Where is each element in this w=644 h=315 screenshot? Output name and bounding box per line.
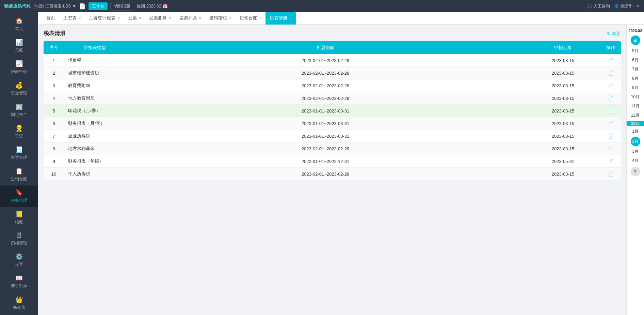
sidebar-item-member[interactable]: 👑 畅会员: [0, 292, 38, 314]
cell-action-8[interactable]: 📄: [600, 155, 621, 168]
tab-home[interactable]: 首页: [42, 12, 59, 25]
tab-invoice-calc[interactable]: 发票测算 ×: [145, 12, 175, 25]
refresh-icon: ↻: [607, 31, 611, 36]
tab-purchase-audit[interactable]: 进销稽核 ×: [205, 12, 235, 25]
close-icon[interactable]: ✕: [637, 4, 640, 9]
cell-seq-6: 7: [44, 130, 64, 142]
cell-period-2: 2023-02-01~2023-02-28: [125, 79, 526, 92]
tab-salary-stats-close[interactable]: ×: [117, 16, 119, 20]
cell-action-1[interactable]: 📄: [600, 67, 621, 79]
month-dec-2022[interactable]: 12月: [627, 111, 644, 120]
action-icon-2[interactable]: 📄: [608, 83, 614, 88]
sidebar-item-tax[interactable]: 🔖 税务管理: [0, 185, 38, 207]
scroll-down-button[interactable]: ▼: [631, 167, 640, 176]
tab-invoice-calc-close[interactable]: ×: [169, 16, 171, 20]
sidebar-label-close-accounts: 结账: [15, 219, 23, 225]
action-icon-7[interactable]: 📄: [608, 146, 614, 151]
calendar-icon[interactable]: 📅: [163, 4, 168, 9]
action-icon-5[interactable]: 📄: [608, 121, 614, 126]
month-nov-2022[interactable]: 11月: [627, 102, 644, 111]
company-selector[interactable]: (勾选) 江西服宝-LSS ▼: [33, 3, 76, 9]
cell-action-2[interactable]: 📄: [600, 79, 621, 92]
tab-invoice-calc-label: 发票测算: [149, 15, 167, 21]
month-feb-2023-active[interactable]: 2月: [631, 137, 640, 146]
cell-action-7[interactable]: 📄: [600, 142, 621, 155]
sidebar-item-salary[interactable]: 👷 工资: [0, 121, 38, 142]
chevron-down-icon: ▼: [72, 4, 76, 9]
action-icon-3[interactable]: 📄: [608, 95, 614, 101]
tab-purchase-audit-label: 进销稽核: [209, 15, 227, 21]
sidebar-item-sales[interactable]: 📋 进销台账: [0, 164, 38, 185]
sidebar-label-member: 畅会员: [13, 305, 25, 311]
month-sep-2022[interactable]: 9月: [627, 83, 644, 92]
month-may-2022[interactable]: 5月: [627, 46, 644, 56]
month-jul-2022[interactable]: 7月: [627, 65, 644, 74]
user-info[interactable]: 👤 徐淀华: [614, 3, 632, 9]
cell-action-5[interactable]: 📄: [600, 117, 621, 130]
action-icon-6[interactable]: 📄: [608, 133, 614, 139]
table-header-row: 序号 申报表类型 所属期间 申报期限 操作: [44, 41, 621, 54]
sidebar-item-assets[interactable]: 🏢 固定资产: [0, 100, 38, 121]
period-display: 账期 2023-02 📅: [137, 3, 168, 9]
month-aug-2022[interactable]: 8月: [627, 74, 644, 83]
sidebar-item-close-accounts[interactable]: 📒 结账: [0, 207, 38, 228]
cell-deadline-5: 2023-03-15: [526, 117, 600, 130]
cell-action-3[interactable]: 📄: [600, 92, 621, 105]
sidebar-item-ledger[interactable]: 📊 总账: [0, 35, 38, 57]
cell-deadline-8: 2023-05-31: [526, 155, 600, 168]
cell-action-0[interactable]: 📄: [600, 54, 621, 67]
tab-tax-list[interactable]: 税表清册 ×: [265, 12, 295, 25]
tab-purchase-audit-close[interactable]: ×: [229, 16, 231, 20]
cell-action-6[interactable]: 📄: [600, 130, 621, 142]
ai-consult[interactable]: 🎧 人工咨询: [587, 3, 610, 9]
month-oct-2022[interactable]: 10月: [627, 92, 644, 102]
action-icon-9[interactable]: 📄: [608, 171, 614, 177]
headset-icon: 🎧: [587, 4, 592, 9]
cell-seq-3: 4: [44, 92, 64, 105]
action-icon-1[interactable]: 📄: [608, 70, 614, 76]
sidebar-item-invoice[interactable]: 🧾 发票管理: [0, 142, 38, 164]
month-mar-2023[interactable]: 3月: [627, 147, 644, 156]
sidebar-item-reports[interactable]: 📈 报表中心: [0, 57, 38, 78]
tab-salary-table-close[interactable]: ×: [79, 16, 81, 20]
month-apr-2023[interactable]: 4月: [627, 156, 644, 165]
cell-period-4: 2023-01-01~2023-03-31: [125, 105, 526, 117]
refresh-label: 刷新: [612, 31, 621, 37]
sidebar-item-funds[interactable]: 💰 资金管理: [0, 78, 38, 100]
tab-invoice[interactable]: 发票 ×: [124, 12, 145, 25]
tab-invoice-close[interactable]: ×: [139, 16, 141, 20]
cell-seq-2: 3: [44, 79, 64, 92]
cell-action-9[interactable]: 📄: [600, 168, 621, 180]
funds-icon: 💰: [15, 81, 23, 89]
action-icon-0[interactable]: 📄: [608, 58, 614, 63]
action-icon-8[interactable]: 📄: [608, 159, 614, 164]
sales-icon: 📋: [15, 167, 23, 175]
tab-invoice-issue-close[interactable]: ×: [199, 16, 201, 20]
tab-salary-table[interactable]: 工资表 ×: [59, 12, 85, 25]
tab-salary-stats[interactable]: 工资统计报表 ×: [85, 12, 124, 25]
tab-salary-stats-label: 工资统计报表: [89, 15, 115, 21]
sidebar-item-guide[interactable]: 📖 新手引导: [0, 271, 38, 292]
action-icon-4[interactable]: 📄: [608, 108, 614, 114]
cell-action-4[interactable]: 📄: [600, 105, 621, 117]
scroll-up-button[interactable]: ▲: [631, 35, 640, 45]
avatar-icon: 👤: [614, 4, 619, 9]
home-icon: 🏠: [15, 17, 23, 25]
assets-icon: 🏢: [15, 103, 23, 110]
tab-sales-ledger[interactable]: 进销台账 ×: [236, 12, 265, 25]
workspace-button[interactable]: 工作台: [88, 2, 108, 10]
month-jun-2022[interactable]: 6月: [627, 56, 644, 65]
cell-deadline-7: 2023-03-15: [526, 142, 600, 155]
refresh-button[interactable]: ↻ 刷新: [607, 31, 621, 37]
tab-tax-list-close[interactable]: ×: [289, 16, 291, 20]
switch-old-button[interactable]: 切到旧版: [110, 2, 134, 11]
sidebar-item-home[interactable]: 🏠 首页: [0, 14, 38, 35]
sidebar-item-archive[interactable]: 🗄 归档管理: [0, 228, 38, 250]
cell-type-5: 财务报表（月/季）: [64, 117, 125, 130]
tab-sales-ledger-close[interactable]: ×: [259, 16, 261, 20]
table-row: 2 城市维护建设税 2023-02-01~2023-02-28 2023-03-…: [44, 67, 621, 79]
tab-invoice-issue[interactable]: 发票开具 ×: [175, 12, 205, 25]
sidebar-item-settings[interactable]: ⚙️ 设置: [0, 250, 38, 271]
month-jan-2023[interactable]: 1月: [627, 127, 644, 136]
sidebar-label-reports: 报表中心: [11, 69, 27, 75]
